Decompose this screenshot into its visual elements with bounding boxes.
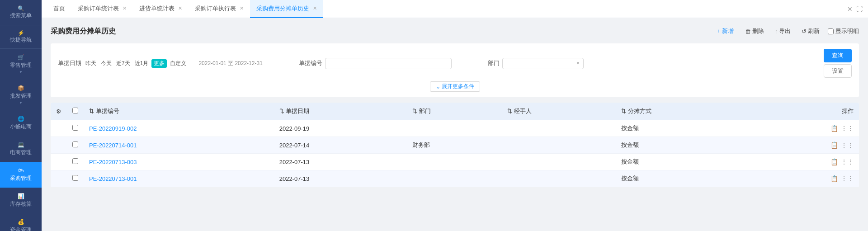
sidebar-item-inventory[interactable]: 📊 库存核算 — [0, 188, 42, 213]
row-edit-btn-0[interactable]: 📋 — [830, 125, 838, 132]
sidebar-item-ecommerce-mgmt[interactable]: 💻 电商管理 — [0, 136, 42, 162]
row-bill-no-2[interactable]: PE-20220713-003 — [84, 154, 274, 170]
delete-button[interactable]: 🗑 删除 — [742, 25, 767, 37]
delete-label: 删除 — [752, 27, 764, 35]
tab-close-goods-stats[interactable]: ✕ — [178, 5, 182, 11]
shortcut-1month[interactable]: 近1月 — [133, 59, 150, 68]
row-bill-no-0[interactable]: PE-20220919-002 — [84, 120, 274, 137]
col-settings[interactable]: ⚙ — [51, 103, 67, 120]
tab-close-purchase-cost-history[interactable]: ✕ — [313, 5, 317, 11]
col-dept: ⇅ 部门 — [407, 103, 502, 120]
refresh-button[interactable]: ↺ 刷新 — [799, 25, 822, 37]
tab-purchase-order-stats[interactable]: 采购订单统计表 ✕ — [71, 0, 133, 18]
col-checkbox — [67, 103, 84, 120]
query-button[interactable]: 查询 — [824, 49, 852, 62]
select-all-checkbox[interactable] — [72, 108, 78, 113]
dept-select[interactable] — [502, 58, 584, 69]
date-range-text: 2022-01-01 至 2022-12-31 — [198, 60, 262, 67]
row-bill-no-3[interactable]: PE-20220713-001 — [84, 170, 274, 187]
row-settings-2 — [51, 154, 67, 170]
finance-icon: 💰 — [18, 219, 24, 225]
row-checkbox-cell-1 — [67, 137, 84, 154]
show-col-label: 显示明细 — [835, 27, 859, 35]
query-actions: 查询 设置 — [824, 49, 852, 78]
row-more-btn-0[interactable]: ⋮⋮ — [841, 125, 854, 132]
tab-purchase-cost-history[interactable]: 采购费用分摊单历史 ✕ — [250, 0, 323, 18]
show-col-checkbox[interactable]: 显示明细 — [828, 27, 859, 35]
page-title: 采购费用分摊单历史 — [51, 27, 116, 36]
data-table: ⚙ ⇅ 单据编号 ⇅ 单据日期 ⇅ 部门 ⇅ 经手人 ⇅ 分摊方式 操作 — [51, 103, 859, 187]
row-more-btn-3[interactable]: ⋮⋮ — [841, 175, 854, 182]
sidebar-item-search[interactable]: 🔍 搜索菜单 — [0, 0, 42, 25]
bill-no-input[interactable] — [325, 58, 452, 69]
export-icon: ↑ — [775, 28, 778, 35]
expand-label: 展开更多条件 — [442, 83, 474, 90]
chevron-down-icon-2: ▼ — [19, 101, 23, 105]
dept-wrapper — [502, 58, 584, 69]
chevron-down-icon: ▼ — [19, 70, 23, 74]
tab-close-purchase-exec[interactable]: ✕ — [240, 5, 244, 11]
tab-maximize-icon[interactable]: ⛶ — [856, 5, 863, 13]
row-handler-1 — [502, 137, 616, 154]
shortcut-today[interactable]: 今天 — [99, 59, 113, 68]
bill-no-label: 单据编号 — [299, 59, 322, 67]
row-date-2: 2022-07-13 — [274, 154, 407, 170]
row-checkbox-3[interactable] — [72, 175, 78, 181]
row-edit-btn-2[interactable]: 📋 — [830, 158, 838, 165]
expand-more: ⌄ 展开更多条件 — [58, 81, 852, 92]
row-bill-no-1[interactable]: PE-20220714-001 — [84, 137, 274, 154]
shortcut-7days[interactable]: 近7天 — [115, 59, 132, 68]
tab-close-all-icon[interactable]: ✕ — [847, 5, 853, 13]
sidebar: 🔍 搜索菜单 ⚡ 快捷导航 🛒 零售管理 ▼ 📦 批发管理 ▼ 🌐 小畅电商 💻… — [0, 0, 42, 231]
search-icon: 🔍 — [4, 5, 38, 12]
sidebar-ecommerce-mgmt-label: 电商管理 — [10, 149, 32, 156]
sidebar-item-purchase[interactable]: 🛍 采购管理 — [0, 162, 42, 188]
col-handler: ⇅ 经手人 — [502, 103, 616, 120]
tab-purchase-exec[interactable]: 采购订单执行表 ✕ — [189, 0, 250, 18]
show-col-input[interactable] — [828, 28, 834, 34]
tab-purchase-cost-history-label: 采购费用分摊单历史 — [256, 5, 309, 13]
date-range-display: 2022-01-01 至 2022-12-31 — [197, 60, 262, 67]
tab-purchase-exec-label: 采购订单执行表 — [195, 5, 236, 13]
sidebar-quicknav-label: 快捷导航 — [4, 36, 38, 44]
export-label: 导出 — [779, 27, 791, 35]
row-more-btn-2[interactable]: ⋮⋮ — [841, 158, 854, 165]
row-edit-btn-3[interactable]: 📋 — [830, 175, 838, 182]
row-checkbox-1[interactable] — [72, 141, 78, 147]
delete-icon: 🗑 — [745, 28, 751, 35]
sidebar-purchase-label: 采购管理 — [10, 174, 32, 182]
sidebar-item-retail[interactable]: 🛒 零售管理 ▼ — [0, 49, 42, 80]
sidebar-item-quicknav[interactable]: ⚡ 快捷导航 — [0, 25, 42, 49]
row-edit-btn-1[interactable]: 📋 — [830, 141, 838, 149]
sidebar-item-finance[interactable]: 💰 资金管理 — [0, 213, 42, 231]
shortcut-yesterday[interactable]: 昨天 — [84, 59, 98, 68]
retail-icon: 🛒 — [18, 54, 24, 61]
tab-bar: 首页 采购订单统计表 ✕ 进货单统计表 ✕ 采购订单执行表 ✕ 采购费用分摊单历… — [42, 0, 868, 18]
row-checkbox-0[interactable] — [72, 125, 78, 131]
inventory-icon: 📊 — [18, 193, 24, 199]
row-date-0: 2022-09-19 — [274, 120, 407, 137]
col-handler-label: ⇅ 经手人 — [507, 108, 532, 114]
tab-close-purchase-order-stats[interactable]: ✕ — [123, 5, 127, 11]
tab-goods-stats-label: 进货单统计表 — [139, 5, 175, 13]
row-split-method-3: 按金额 — [616, 170, 749, 187]
table-row: PE-20220714-001 2022-07-14 财务部 按金额 📋 ⋮⋮ — [51, 137, 859, 154]
sidebar-item-ecommerce-small[interactable]: 🌐 小畅电商 — [0, 110, 42, 136]
row-checkbox-2[interactable] — [72, 158, 78, 164]
row-more-btn-1[interactable]: ⋮⋮ — [841, 141, 854, 149]
tab-home[interactable]: 首页 — [47, 0, 71, 18]
table-row: PE-20220713-003 2022-07-13 按金额 📋 ⋮⋮ — [51, 154, 859, 170]
export-button[interactable]: ↑ 导出 — [772, 25, 794, 37]
row-handler-0 — [502, 120, 616, 137]
ecommerce-mgmt-icon: 💻 — [18, 141, 24, 148]
settings-button[interactable]: 设置 — [824, 64, 852, 78]
add-button[interactable]: + 新增 — [714, 25, 736, 37]
sidebar-item-wholesale[interactable]: 📦 批发管理 ▼ — [0, 80, 42, 110]
expand-more-button[interactable]: ⌄ 展开更多条件 — [430, 81, 480, 92]
page-header: 采购费用分摊单历史 + 新增 🗑 删除 ↑ 导出 ↺ 刷新 — [51, 25, 859, 37]
col-dept-label: ⇅ 部门 — [412, 108, 431, 114]
sidebar-wholesale-label: 批发管理 — [10, 92, 32, 100]
shortcut-more[interactable]: 更多 — [151, 59, 167, 68]
tab-goods-stats[interactable]: 进货单统计表 ✕ — [133, 0, 189, 18]
shortcut-custom[interactable]: 自定义 — [169, 59, 188, 68]
